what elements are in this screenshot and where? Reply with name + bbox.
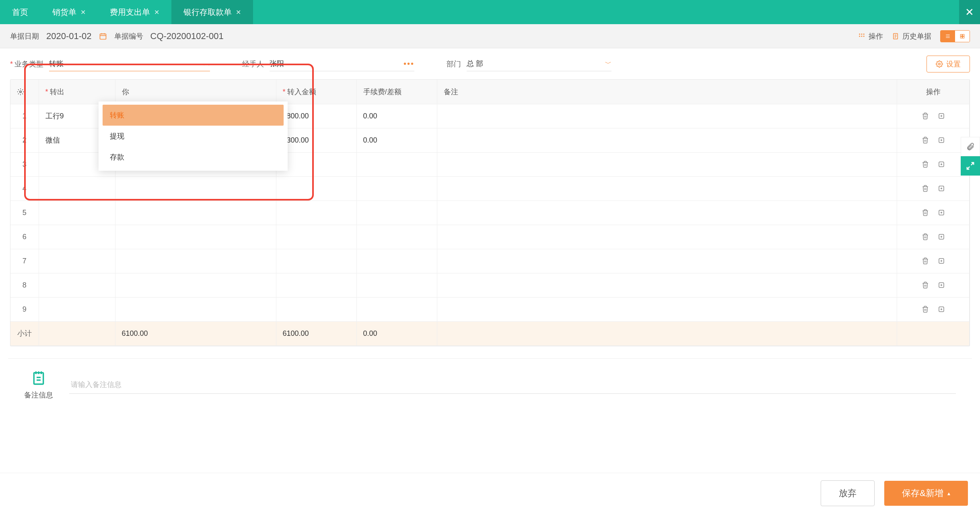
expand-button[interactable] (961, 156, 980, 176)
cell-fee[interactable] (356, 201, 437, 225)
cell-in-account[interactable] (115, 201, 276, 225)
svg-point-8 (861, 35, 863, 37)
cell-in-account[interactable] (115, 249, 276, 273)
more-icon[interactable]: ••• (404, 59, 414, 68)
delete-row-icon[interactable] (922, 161, 929, 168)
cell-remark[interactable] (437, 128, 897, 152)
table-settings-header[interactable] (10, 80, 39, 104)
table-row[interactable]: 4 (10, 176, 970, 201)
cell-fee[interactable]: 0.00 (356, 128, 437, 152)
cell-in-amount[interactable] (276, 176, 356, 201)
history-button[interactable]: 历史单据 (892, 31, 931, 41)
cell-out-account[interactable] (39, 225, 115, 249)
close-icon[interactable]: ✕ (236, 8, 241, 16)
close-all-button[interactable]: ✕ (959, 0, 980, 24)
add-row-icon[interactable] (938, 233, 945, 240)
cell-fee[interactable] (356, 176, 437, 201)
delete-row-icon[interactable] (922, 306, 929, 313)
cell-actions (897, 104, 970, 128)
delete-row-icon[interactable] (922, 112, 929, 120)
table-row[interactable]: 6 (10, 225, 970, 249)
business-type-value: 转账 (49, 59, 64, 68)
cell-in-amount[interactable] (276, 249, 356, 273)
department-field[interactable]: 部门 总 部 ﹀ (447, 56, 611, 71)
close-icon[interactable]: ✕ (80, 8, 86, 16)
cell-remark[interactable] (437, 225, 897, 249)
tab-expense[interactable]: 费用支出单 ✕ (98, 0, 171, 24)
cell-actions (897, 249, 970, 273)
table-row[interactable]: 5 (10, 201, 970, 225)
cell-actions (897, 176, 970, 201)
cell-in-amount[interactable] (276, 225, 356, 249)
add-row-icon[interactable] (938, 112, 945, 120)
save-and-new-button[interactable]: 保存&新增 ▴ (884, 481, 968, 506)
cell-in-amount[interactable]: 3800.00 (276, 104, 356, 128)
table-row[interactable]: 9 (10, 297, 970, 321)
calendar-icon[interactable] (99, 32, 107, 40)
cell-remark[interactable] (437, 104, 897, 128)
tab-home[interactable]: 首页 (0, 0, 40, 24)
cell-fee[interactable] (356, 273, 437, 297)
delete-row-icon[interactable] (922, 209, 929, 216)
delete-row-icon[interactable] (922, 185, 929, 192)
tab-bank-transfer[interactable]: 银行存取款单 ✕ (171, 0, 253, 24)
cell-in-amount[interactable] (276, 297, 356, 321)
cell-out-account[interactable] (39, 201, 115, 225)
cell-fee[interactable]: 0.00 (356, 104, 437, 128)
delete-row-icon[interactable] (922, 233, 929, 240)
add-row-icon[interactable] (938, 306, 945, 313)
cell-fee[interactable] (356, 225, 437, 249)
table-row[interactable]: 7 (10, 249, 970, 273)
add-row-icon[interactable] (938, 137, 945, 144)
cell-in-amount[interactable]: 2300.00 (276, 128, 356, 152)
add-row-icon[interactable] (938, 281, 945, 289)
handler-field[interactable]: 经手人 张阳 ••• (242, 56, 414, 71)
cell-remark[interactable] (437, 297, 897, 321)
attachment-button[interactable] (961, 137, 980, 156)
cell-out-account[interactable] (39, 297, 115, 321)
cell-remark[interactable] (437, 201, 897, 225)
cell-remark[interactable] (437, 273, 897, 297)
table-row[interactable]: 8 (10, 273, 970, 297)
close-icon[interactable]: ✕ (154, 8, 159, 16)
remark-input[interactable]: 请输入备注信息 (69, 376, 956, 394)
cell-remark[interactable] (437, 249, 897, 273)
cell-in-amount[interactable] (276, 152, 356, 176)
cell-fee[interactable] (356, 249, 437, 273)
cell-remark[interactable] (437, 176, 897, 201)
add-row-icon[interactable] (938, 161, 945, 168)
add-row-icon[interactable] (938, 185, 945, 192)
cancel-button[interactable]: 放弃 (821, 480, 875, 506)
delete-row-icon[interactable] (922, 137, 929, 144)
chevron-down-icon[interactable]: ﹀ (605, 60, 611, 68)
business-type-field[interactable]: *业务类型 转账 ︿ (10, 56, 210, 71)
cell-out-account[interactable] (39, 249, 115, 273)
delete-row-icon[interactable] (922, 257, 929, 265)
chevron-up-icon[interactable]: ︿ (204, 60, 210, 68)
cell-in-account[interactable] (115, 225, 276, 249)
cell-in-amount[interactable] (276, 273, 356, 297)
cell-out-account[interactable] (39, 273, 115, 297)
cell-in-account[interactable] (115, 176, 276, 201)
cell-fee[interactable] (356, 297, 437, 321)
tab-sales[interactable]: 销货单 ✕ (40, 0, 98, 24)
operations-button[interactable]: 操作 (858, 31, 883, 41)
footer-bar: 放弃 保存&新增 ▴ (0, 473, 980, 513)
cell-in-amount[interactable] (276, 201, 356, 225)
view-grid-button[interactable] (955, 31, 970, 42)
settings-button[interactable]: 设置 (926, 56, 970, 72)
add-row-icon[interactable] (938, 257, 945, 265)
add-row-icon[interactable] (938, 209, 945, 216)
dropdown-item-deposit[interactable]: 存款 (103, 147, 284, 168)
dropdown-item-transfer[interactable]: 转账 (103, 105, 284, 126)
cell-in-account[interactable] (115, 297, 276, 321)
date-value[interactable]: 2020-01-02 (46, 31, 92, 41)
cell-out-account[interactable] (39, 176, 115, 201)
cell-in-account[interactable] (115, 273, 276, 297)
cell-actions (897, 128, 970, 152)
view-list-button[interactable] (941, 31, 955, 42)
cell-remark[interactable] (437, 152, 897, 176)
dropdown-item-withdraw[interactable]: 提现 (103, 126, 284, 147)
delete-row-icon[interactable] (922, 281, 929, 289)
cell-fee[interactable] (356, 152, 437, 176)
